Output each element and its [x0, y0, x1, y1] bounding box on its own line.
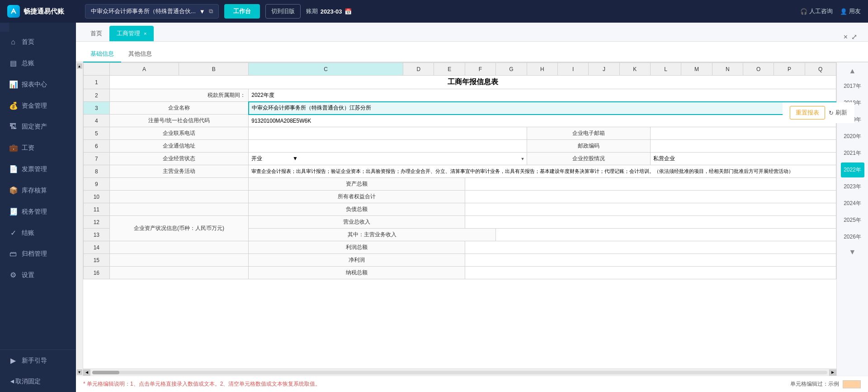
- col-header-D[interactable]: D: [403, 63, 434, 76]
- unpin-item[interactable]: ◄取消固定: [0, 371, 76, 392]
- company-name-value[interactable]: 中审众环会计师事务所（特殊普通合伙）江苏分所: [249, 102, 836, 115]
- sidebar-label-fund: 资金管理: [22, 102, 47, 110]
- sidebar-item-settings[interactable]: ⚙ 设置: [0, 264, 76, 286]
- total-assets-value[interactable]: [465, 178, 836, 191]
- tab-business[interactable]: 工商管理 ×: [109, 26, 154, 41]
- switch-version-button[interactable]: 切到旧版: [265, 4, 301, 19]
- calendar-icon[interactable]: 📅: [344, 8, 352, 15]
- contact-value[interactable]: [249, 127, 527, 140]
- profit-label: 利润总额: [249, 241, 465, 254]
- reg-value[interactable]: 91320100MA208E5W6K: [249, 115, 836, 127]
- scroll-down-btn[interactable]: ▼: [77, 369, 82, 375]
- tax-period-value[interactable]: 2022年度: [249, 89, 836, 102]
- sidebar-item-tax[interactable]: 🧾 税务管理: [0, 201, 76, 222]
- col-header-F[interactable]: F: [465, 63, 495, 76]
- scroll-up-btn[interactable]: ▲: [77, 63, 82, 69]
- service-label: 人工咨询: [809, 7, 833, 15]
- tab-other-info[interactable]: 其他信息: [121, 46, 159, 62]
- sidebar-item-archive[interactable]: 🗃 归档管理: [0, 244, 76, 264]
- tab-close-icon[interactable]: ×: [144, 31, 146, 36]
- year-item-2023[interactable]: 2023年: [841, 179, 864, 194]
- year-item-2022[interactable]: 2022年: [841, 163, 864, 177]
- sheet-scroll-area[interactable]: A B C D E F G H I J K L: [83, 62, 836, 368]
- col-header-A[interactable]: A: [109, 63, 179, 76]
- col-header-N[interactable]: N: [712, 63, 743, 76]
- sidebar-item-report[interactable]: 📊 报表中心: [0, 74, 76, 95]
- col-header-M[interactable]: M: [681, 63, 712, 76]
- row-num-16: 16: [84, 267, 110, 279]
- h-scroll-bar[interactable]: ◀ ▶: [83, 368, 836, 376]
- scroll-right-btn[interactable]: ▶: [829, 369, 836, 376]
- expand-window-icon[interactable]: ⤢: [851, 33, 857, 41]
- year-nav-down[interactable]: ▼: [841, 245, 864, 259]
- new-guide-item[interactable]: ▶ 新手引导: [0, 350, 76, 371]
- year-nav-up[interactable]: ▲: [841, 64, 864, 78]
- sidebar-label-checkout: 结账: [22, 229, 34, 237]
- equity-value[interactable]: [465, 191, 836, 203]
- sidebar-item-assets[interactable]: 🏗 固定资产: [0, 116, 76, 137]
- year-item-2020[interactable]: 2020年: [841, 129, 864, 144]
- col-header-O[interactable]: O: [743, 63, 774, 76]
- col-header-C[interactable]: C: [249, 63, 403, 76]
- main-biz-value[interactable]: 审查企业会计报表；出具审计报告；验证企业资本；出具验资报告；办理企业合开、分立、…: [249, 165, 836, 178]
- corner-cell: [84, 63, 110, 76]
- col-header-Q[interactable]: Q: [805, 63, 836, 76]
- title-cell[interactable]: 工商年报信息表: [109, 76, 836, 89]
- close-window-icon[interactable]: ×: [844, 33, 848, 41]
- address-value[interactable]: [249, 140, 527, 153]
- sidebar-item-invoice[interactable]: 📄 发票管理: [0, 158, 76, 180]
- workbench-button[interactable]: 工作台: [224, 4, 260, 19]
- refresh-icon: ↻: [829, 110, 834, 116]
- col-header-J[interactable]: J: [589, 63, 619, 76]
- year-item-2017[interactable]: 2017年: [841, 79, 864, 94]
- email-value[interactable]: [650, 127, 836, 140]
- edited-sample-cell: [843, 380, 861, 388]
- tab-basic-info[interactable]: 基础信息: [83, 46, 121, 62]
- invoice-icon: 📄: [9, 165, 17, 173]
- holding-value[interactable]: 私营企业: [650, 153, 836, 165]
- scroll-left-btn[interactable]: ◀: [83, 369, 90, 376]
- row-num-13: 13: [84, 229, 110, 241]
- biz-status-value[interactable]: 开业 ▼: [249, 153, 527, 165]
- col-header-E[interactable]: E: [434, 63, 465, 76]
- col-header-G[interactable]: G: [496, 63, 527, 76]
- h-scrollbar-thumb[interactable]: [92, 371, 119, 374]
- tab-home[interactable]: 首页: [83, 26, 109, 41]
- col-header-K[interactable]: K: [619, 63, 650, 76]
- service-button[interactable]: 🎧 人工咨询: [800, 7, 833, 15]
- col-header-B[interactable]: B: [179, 63, 249, 76]
- company-copy-icon[interactable]: ⧉: [209, 8, 213, 15]
- sidebar-item-fund[interactable]: 💰 资金管理: [0, 95, 76, 116]
- checkout-icon: ✓: [9, 229, 17, 237]
- sidebar-item-checkout[interactable]: ✓ 结账: [0, 222, 76, 244]
- user-menu[interactable]: 👤 用友: [840, 7, 861, 15]
- debt-value[interactable]: [465, 203, 836, 216]
- company-selector[interactable]: 中审众环会计师事务所（特殊普通合伙... ▼ ⧉: [85, 4, 219, 19]
- col-header-L[interactable]: L: [650, 63, 681, 76]
- table-row: 8 主营业务活动 审查企业会计报表；出具审计报告；验证企业资本；出具验资报告；办…: [84, 165, 836, 178]
- year-item-2021[interactable]: 2021年: [841, 146, 864, 161]
- reset-button[interactable]: 重置报表: [790, 106, 825, 120]
- table-row: 16 纳税总额: [84, 267, 836, 279]
- main-revenue-value[interactable]: [496, 229, 836, 241]
- sidebar-item-ledger[interactable]: ▤ 总账: [0, 53, 76, 74]
- sidebar-item-wage[interactable]: 💼 工资: [0, 137, 76, 158]
- postal-value[interactable]: [650, 140, 836, 153]
- revenue-value[interactable]: [465, 216, 836, 229]
- tab-bar: 首页 工商管理 × × ⤢: [76, 23, 868, 42]
- year-item-2025[interactable]: 2025年: [841, 213, 864, 228]
- tax-total-value[interactable]: [465, 267, 836, 279]
- profit-spacer: [109, 241, 248, 254]
- refresh-button[interactable]: ↻ 刷新: [829, 109, 847, 117]
- net-profit-value[interactable]: [465, 254, 836, 267]
- total-assets-label: 资产总额: [249, 178, 465, 191]
- col-header-P[interactable]: P: [774, 63, 805, 76]
- col-header-H[interactable]: H: [527, 63, 557, 76]
- table-row: 14 利润总额: [84, 241, 836, 254]
- sidebar-item-home[interactable]: ⌂ 首页: [0, 32, 76, 53]
- profit-value[interactable]: [465, 241, 836, 254]
- year-item-2024[interactable]: 2024年: [841, 196, 864, 211]
- sidebar-item-inventory[interactable]: 📦 库存核算: [0, 180, 76, 201]
- year-item-2026[interactable]: 2026年: [841, 229, 864, 244]
- col-header-I[interactable]: I: [557, 63, 588, 76]
